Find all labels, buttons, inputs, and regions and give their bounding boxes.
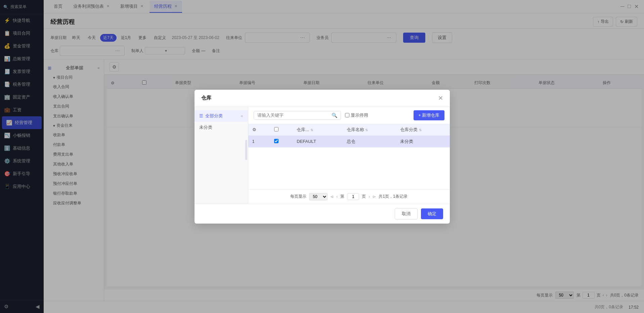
show-disabled-label: 显示停用 [351, 112, 368, 118]
modal-right-panel: 🔍 显示停用 + 新增仓库 ⚙ [248, 107, 450, 204]
modal-title: 仓库 [201, 95, 211, 101]
cancel-button[interactable]: 取消 [395, 208, 418, 220]
modal-last-page[interactable]: ⊳ [373, 194, 376, 199]
modal-per-page-select[interactable]: 50 100 [309, 193, 328, 200]
modal-next-page[interactable]: › [369, 194, 370, 199]
modal-first-page[interactable]: ⊲ [330, 194, 334, 199]
modal-row-category: 未分类 [396, 135, 449, 147]
modal-row-checkbox [270, 135, 293, 147]
modal-row-index: 1 [248, 135, 270, 147]
modal-total-label: 共1页，1条记录 [379, 194, 407, 199]
show-disabled-checkbox-group: 显示停用 [345, 112, 368, 118]
modal-footer: 取消 确定 [195, 204, 450, 224]
show-disabled-checkbox[interactable] [345, 113, 349, 117]
warehouse-modal: 仓库 ✕ ☰ 全部分类 « 未分类 [195, 90, 450, 224]
modal-collapse-btn[interactable]: « [241, 113, 243, 118]
modal-warehouse-table: ⚙ 仓库... ⇅ 仓库名称 ⇅ [248, 124, 450, 148]
modal-page-label: 第 [340, 194, 344, 199]
modal-col-checkbox [270, 124, 293, 136]
modal-close-button[interactable]: ✕ [438, 94, 443, 102]
modal-col-code: 仓库... ⇅ [293, 124, 342, 136]
modal-page-suffix: 页 [362, 194, 366, 199]
modal-all-label: 全部分类 [205, 113, 223, 119]
row-checkbox[interactable] [274, 139, 278, 143]
col-category-label: 仓库分类 [400, 127, 418, 132]
modal-row-name: 总仓 [343, 135, 396, 147]
modal-col-category: 仓库分类 ⇅ [396, 124, 449, 136]
modal-select-all[interactable] [274, 127, 278, 131]
modal-body: ☰ 全部分类 « 未分类 🔍 [195, 107, 450, 204]
modal-row-code: DEFAULT [293, 135, 342, 147]
col-settings-icon: ⚙ [252, 127, 256, 132]
col-category-sort[interactable]: ⇅ [419, 128, 422, 132]
add-warehouse-button[interactable]: + 新增仓库 [414, 110, 444, 120]
modal-col-name: 仓库名称 ⇅ [343, 124, 396, 136]
col-code-label: 仓库... [297, 127, 309, 132]
modal-category-all[interactable]: ☰ 全部分类 « [195, 110, 248, 122]
modal-search-input[interactable] [257, 113, 332, 118]
modal-search-box[interactable]: 🔍 [254, 111, 341, 120]
modal-all-icon: ☰ [199, 113, 203, 118]
modal-header: 仓库 ✕ [195, 90, 450, 107]
modal-page-input[interactable] [347, 193, 359, 200]
modal-col-settings[interactable]: ⚙ [248, 124, 270, 136]
col-name-label: 仓库名称 [347, 127, 364, 132]
modal-per-page-label: 每页显示 [290, 194, 306, 199]
modal-category-label: 未分类 [199, 124, 212, 130]
modal-category-unclassified[interactable]: 未分类 [195, 122, 248, 133]
modal-table-row[interactable]: 1 DEFAULT 总仓 未分类 [248, 135, 450, 147]
modal-overlay[interactable]: 仓库 ✕ ☰ 全部分类 « 未分类 [0, 0, 644, 313]
modal-left-panel: ☰ 全部分类 « 未分类 [195, 107, 248, 204]
modal-table-area: ⚙ 仓库... ⇅ 仓库名称 ⇅ [248, 124, 450, 189]
col-name-sort[interactable]: ⇅ [365, 128, 368, 132]
modal-prev-page[interactable]: ‹ [336, 194, 338, 199]
modal-scrollbar[interactable] [245, 140, 247, 160]
modal-search-icon[interactable]: 🔍 [332, 113, 337, 118]
modal-pagination: 每页显示 50 100 ⊲ ‹ 第 页 › ⊳ 共1页，1条记录 [248, 189, 450, 204]
col-code-sort[interactable]: ⇅ [310, 128, 313, 132]
modal-toolbar: 🔍 显示停用 + 新增仓库 [248, 107, 450, 124]
confirm-button[interactable]: 确定 [421, 208, 443, 219]
